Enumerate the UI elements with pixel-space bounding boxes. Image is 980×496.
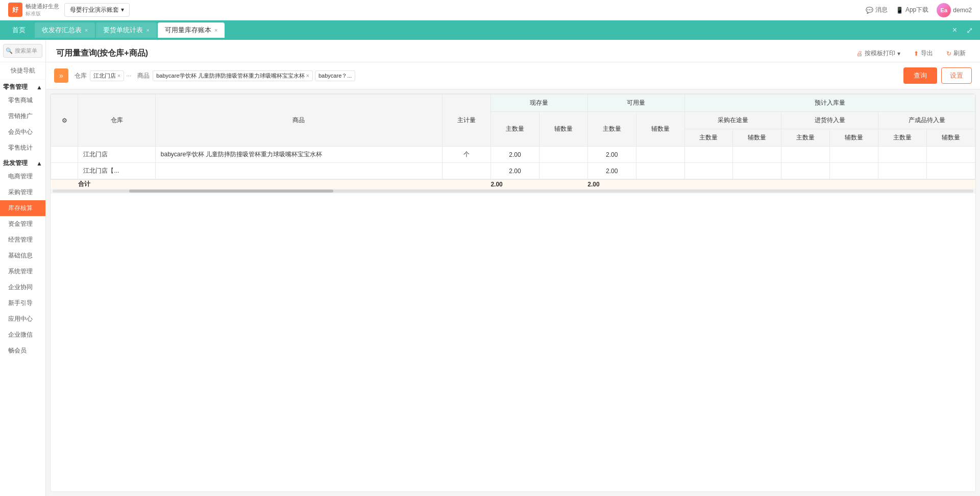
top-header: 好 畅捷通好生意 标准版 母婴行业演示账套 ▾ 💬 消息 📱 App下载 Ea … [0, 0, 980, 20]
main-layout: 🔍 搜索菜单 快捷导航 零售管理 ▲ 零售商城 营销推广 会员中心 零售统计 批… [0, 40, 980, 496]
warehouse-tag-close[interactable]: × [117, 73, 120, 79]
sidebar-item-operations[interactable]: 经营管理 [0, 232, 45, 248]
sidebar-item-operations-label: 经营管理 [8, 236, 33, 243]
row2-available-main: 2.00 [587, 163, 636, 180]
sidebar-section-retail-label: 零售管理 [3, 83, 28, 91]
filter-toggle-button[interactable]: » [54, 68, 68, 83]
industry-selector[interactable]: 母婴行业演示账套 ▾ [64, 3, 130, 17]
row2-incoming-main [781, 163, 830, 180]
logo-text-area: 畅捷通好生意 标准版 [26, 3, 59, 17]
footer-stock-aux [539, 179, 587, 188]
sidebar-search-area: 🔍 搜索菜单 [0, 40, 45, 62]
sidebar-item-vip-label: 畅会员 [8, 347, 27, 354]
tab-order-stats[interactable]: 要货单统计表 × [96, 22, 156, 38]
home-label: 首页 [12, 26, 26, 35]
footer-product-main [878, 179, 927, 188]
tab-order-stats-close[interactable]: × [146, 28, 149, 33]
settings-button[interactable]: 设置 [941, 67, 972, 84]
phone-icon: 📱 [896, 7, 903, 14]
app-download-action[interactable]: 📱 App下载 [896, 6, 928, 14]
refresh-label: 刷新 [953, 49, 966, 58]
sidebar-item-retail-stats[interactable]: 零售统计 [0, 140, 45, 156]
col-current-stock-header: 现存量 [491, 95, 587, 112]
col-warehouse-header: 仓库 [78, 95, 156, 147]
horizontal-scrollbar[interactable] [51, 188, 975, 194]
sidebar-item-vip[interactable]: 畅会员 [0, 343, 45, 359]
sidebar-section-retail[interactable]: 零售管理 ▲ [0, 80, 45, 92]
row2-unit [443, 163, 491, 180]
col-incoming-aux-header: 辅数量 [830, 129, 878, 147]
inventory-table: ⚙ 仓库 商品 主计量 现存量 可用量 预计入库量 主数量 辅数量 主数量 辅数… [51, 94, 975, 188]
product-tag-1: babycare学饮杯 儿童防摔防撞吸管杯重力球吸嘴杯宝宝水杯 × [153, 70, 313, 81]
row1-purchase-main [684, 147, 733, 163]
row1-product-main [878, 147, 927, 163]
tab-home[interactable]: 首页 [4, 22, 34, 38]
refresh-action[interactable]: ↻ 刷新 [942, 47, 970, 60]
print-action[interactable]: 🖨 按模板打印 ▾ [852, 47, 904, 60]
sidebar-item-ecommerce-label: 电商管理 [8, 173, 33, 180]
col-purchase-transit-header: 采购在途量 [684, 112, 781, 129]
sidebar-item-system-label: 系统管理 [8, 268, 33, 275]
chevron-up-icon: ▲ [36, 84, 42, 91]
sidebar-item-quick-nav[interactable]: 快捷导航 [0, 62, 45, 80]
sidebar-item-app-center[interactable]: 应用中心 [0, 311, 45, 327]
row1-purchase-aux [733, 147, 781, 163]
row1-stock-aux [539, 147, 587, 163]
tab-collection-summary-close[interactable]: × [85, 28, 88, 33]
tab-collection-summary-label: 收发存汇总表 [42, 26, 82, 35]
row1-settings [51, 147, 78, 163]
scrollbar-thumb[interactable] [129, 190, 333, 193]
sidebar-item-inventory-label: 库存核算 [8, 204, 33, 211]
col-stock-aux-header: 辅数量 [539, 112, 587, 147]
sidebar-item-new-guide[interactable]: 新手引导 [0, 295, 45, 311]
refresh-icon: ↻ [946, 50, 951, 57]
warehouse-tag: 江北门店 × [90, 70, 124, 81]
sidebar-item-inventory[interactable]: 库存核算 [0, 200, 45, 216]
sidebar-item-finance[interactable]: 资金管理 [0, 216, 45, 232]
footer-available-aux [636, 179, 684, 188]
query-button[interactable]: 查询 [903, 67, 937, 84]
nav-tabs: 首页 收发存汇总表 × 要货单统计表 × 可用量库存账本 × × ⤢ [0, 20, 980, 40]
sidebar-item-basic-info[interactable]: 基础信息 [0, 248, 45, 264]
sidebar-search-button[interactable]: 🔍 搜索菜单 [3, 44, 42, 58]
row1-available-aux [636, 147, 684, 163]
scrollbar-track [53, 190, 973, 193]
tab-available-stock[interactable]: 可用量库存账本 × [158, 22, 225, 38]
footer-label: 合计 [78, 179, 156, 188]
warehouse-filter-label: 仓库 [75, 72, 87, 80]
user-action[interactable]: Ea demo2 [937, 3, 972, 17]
col-stock-main-header: 主数量 [491, 112, 539, 147]
sidebar-item-marketing[interactable]: 营销推广 [0, 108, 45, 124]
warehouse-filter-group: 仓库 江北门店 × ··· [75, 70, 131, 81]
chevron-down-icon: ▾ [121, 6, 124, 13]
tab-available-stock-close[interactable]: × [214, 28, 217, 33]
warehouse-filter-tags: 江北门店 × ··· [90, 70, 131, 81]
sidebar-item-wechat[interactable]: 企业微信 [0, 327, 45, 343]
warehouse-filter-more[interactable]: ··· [126, 72, 131, 79]
product-tag-1-close[interactable]: × [306, 73, 309, 79]
col-settings[interactable]: ⚙ [51, 95, 78, 147]
footer-product [155, 179, 442, 188]
tab-collection-summary[interactable]: 收发存汇总表 × [35, 22, 95, 38]
sidebar: 🔍 搜索菜单 快捷导航 零售管理 ▲ 零售商城 营销推广 会员中心 零售统计 批… [0, 40, 46, 496]
col-available-aux-header: 辅数量 [636, 112, 684, 147]
footer-incoming-aux [830, 179, 878, 188]
sidebar-item-app-center-label: 应用中心 [8, 315, 33, 322]
sidebar-item-retail-mall[interactable]: 零售商城 [0, 92, 45, 108]
sidebar-item-member[interactable]: 会员中心 [0, 124, 45, 140]
export-action[interactable]: ⬆ 导出 [910, 47, 937, 60]
sidebar-item-ecommerce[interactable]: 电商管理 [0, 169, 45, 184]
nav-close-all-btn[interactable]: × [949, 25, 960, 36]
nav-expand-btn[interactable]: ⤢ [963, 25, 976, 36]
message-action[interactable]: 💬 消息 [866, 6, 888, 14]
page-actions: 🖨 按模板打印 ▾ ⬆ 导出 ↻ 刷新 [852, 47, 970, 60]
sidebar-item-system[interactable]: 系统管理 [0, 264, 45, 279]
export-icon: ⬆ [914, 50, 919, 57]
sidebar-section-wholesale[interactable]: 批发管理 ▲ [0, 156, 45, 169]
sidebar-item-procurement[interactable]: 采购管理 [0, 184, 45, 200]
sidebar-item-collaboration[interactable]: 企业协同 [0, 279, 45, 295]
sidebar-item-member-label: 会员中心 [8, 128, 33, 135]
header-right: 💬 消息 📱 App下载 Ea demo2 [866, 3, 972, 17]
table-row: 江北门店 babycare学饮杯 儿童防摔防撞吸管杯重力球吸嘴杯宝宝水杯 个 2… [51, 147, 975, 163]
sidebar-item-collaboration-label: 企业协同 [8, 284, 33, 291]
